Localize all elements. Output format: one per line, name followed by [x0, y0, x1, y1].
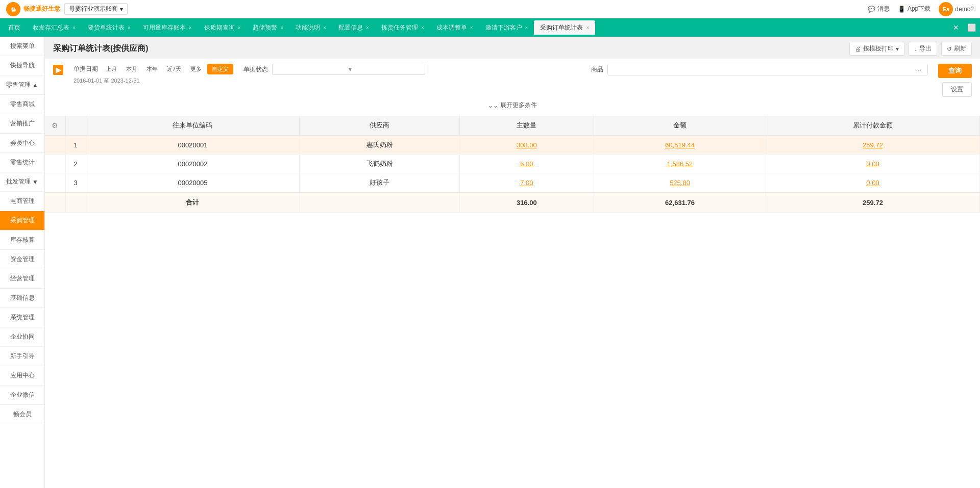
- window-maximize-btn[interactable]: ⬜: [965, 22, 978, 33]
- date-btn-custom[interactable]: 自定义: [207, 64, 233, 74]
- cell-main-qty-1[interactable]: 6.00: [459, 155, 594, 173]
- expand-button[interactable]: ⌄⌄ 展开更多条件: [484, 99, 541, 112]
- footer-amount: 62,631.76: [594, 192, 766, 213]
- date-btn-this-year[interactable]: 本年: [143, 64, 161, 74]
- sidebar-item-finance-mgmt[interactable]: 资金管理: [0, 250, 44, 269]
- date-label: 单据日期: [74, 65, 98, 73]
- sidebar-item-basic-info[interactable]: 基础信息: [0, 289, 44, 308]
- expand-label: 展开更多条件: [500, 101, 537, 110]
- tab-overstock-warning-close[interactable]: ×: [280, 25, 283, 31]
- page-header: 采购订单统计表(按供应商) 🖨 按模板打印 ▾ ↓ 导出 ↺ 刷新: [45, 37, 980, 59]
- cell-amount-0[interactable]: 60,519.44: [594, 136, 766, 155]
- date-btn-this-month[interactable]: 本月: [122, 64, 141, 74]
- sidebar-item-ecommerce-mgmt[interactable]: 电商管理: [0, 192, 44, 211]
- sidebar-item-operation-mgmt[interactable]: 经营管理: [0, 269, 44, 289]
- logo-area: 畅 畅捷通好生意: [6, 2, 60, 16]
- sidebar-item-wholesale-mgmt[interactable]: 批发管理 ▼: [0, 172, 44, 192]
- window-close-btn[interactable]: ✕: [951, 22, 961, 33]
- sidebar-sys-mgmt-label: 系统管理: [10, 314, 35, 321]
- cell-paid-amount-1[interactable]: 0.00: [766, 155, 980, 173]
- settings-icon[interactable]: ⚙: [52, 121, 58, 130]
- tab-invite-downstream-label: 邀请下游客户: [485, 23, 522, 32]
- workspace-selector[interactable]: 母婴行业演示账套 ▾: [64, 3, 128, 15]
- query-button[interactable]: 查询: [938, 64, 972, 78]
- tab-invite-downstream-close[interactable]: ×: [525, 25, 528, 31]
- logo-text: 畅捷通好生意: [23, 5, 60, 13]
- tab-overstock-warning[interactable]: 超储预警 ×: [247, 20, 289, 35]
- th-index: [65, 116, 86, 136]
- tab-purchase-summary-close[interactable]: ×: [586, 25, 589, 31]
- tab-expiry-query[interactable]: 保质期查询 ×: [198, 20, 247, 35]
- sidebar-item-quick-nav[interactable]: 快捷导航: [0, 56, 44, 75]
- sidebar-new-guide-label: 新手引导: [10, 352, 35, 359]
- tab-config-info-close[interactable]: ×: [366, 25, 369, 31]
- export-button[interactable]: ↓ 导出: [909, 42, 937, 56]
- tab-requisition-close[interactable]: ×: [128, 25, 131, 31]
- tab-expiry-query-label: 保质期查询: [204, 23, 235, 32]
- date-btn-last-month[interactable]: 上月: [102, 64, 120, 74]
- sidebar-item-marketing[interactable]: 营销推广: [0, 114, 44, 134]
- message-action[interactable]: 💬 消息: [868, 5, 890, 13]
- sidebar-item-search[interactable]: 搜索菜单: [0, 37, 44, 56]
- status-select[interactable]: ▾: [272, 64, 425, 75]
- th-supplier-label: 供应商: [370, 121, 389, 129]
- sidebar-item-member-center[interactable]: 会员中心: [0, 134, 44, 153]
- print-button[interactable]: 🖨 按模板打印 ▾: [849, 42, 904, 56]
- tab-function-desc-close[interactable]: ×: [323, 25, 326, 31]
- filter-toggle-icon[interactable]: ▶: [53, 65, 63, 75]
- workspace-label: 母婴行业演示账套: [69, 5, 118, 13]
- tab-available-inventory[interactable]: 可用量库存账本 ×: [137, 20, 198, 35]
- status-section: 单据状态 ▾: [243, 64, 580, 75]
- cell-supplier-2: 好孩子: [300, 173, 459, 193]
- sidebar-item-inventory-check[interactable]: 库存核算: [0, 230, 44, 250]
- sidebar-item-sys-mgmt[interactable]: 系统管理: [0, 308, 44, 327]
- tab-requisition[interactable]: 要货单统计表 ×: [82, 20, 137, 35]
- date-btn-last-7-days[interactable]: 近7天: [163, 64, 185, 74]
- tab-home[interactable]: 首页: [2, 20, 27, 35]
- tab-collect-pay-close[interactable]: ×: [72, 25, 76, 31]
- cell-main-qty-0[interactable]: 303.00: [459, 136, 594, 155]
- cell-main-qty-2[interactable]: 7.00: [459, 173, 594, 193]
- sidebar-item-purchase-mgmt[interactable]: 采购管理: [0, 211, 44, 230]
- sidebar-item-vip-member[interactable]: 畅会员: [0, 405, 44, 424]
- sidebar-item-new-guide[interactable]: 新手引导: [0, 347, 44, 366]
- refresh-button[interactable]: ↺ 刷新: [941, 42, 972, 56]
- top-bar-right: 💬 消息 📱 App下载 Ea demo2: [868, 2, 974, 16]
- product-more-btn[interactable]: ···: [914, 66, 923, 73]
- footer-main-qty: 316.00: [459, 192, 594, 213]
- cell-amount-1[interactable]: 1,586.52: [594, 155, 766, 173]
- cell-amount-2[interactable]: 525.80: [594, 173, 766, 193]
- tab-purchase-summary[interactable]: 采购订单统计表 ×: [534, 20, 595, 35]
- sidebar-item-retail-shop[interactable]: 零售商城: [0, 95, 44, 114]
- cell-settings-1: [45, 155, 65, 173]
- product-text-input[interactable]: [612, 66, 914, 73]
- tab-available-inventory-close[interactable]: ×: [189, 25, 192, 31]
- th-paid-amount: 累计付款金额: [766, 116, 980, 136]
- sidebar-item-retail-stats[interactable]: 零售统计: [0, 153, 44, 172]
- app-download-action[interactable]: 📱 App下载: [898, 5, 930, 13]
- tab-picking-task-close[interactable]: ×: [421, 25, 424, 31]
- date-btn-more[interactable]: 更多: [187, 64, 205, 74]
- user-area[interactable]: Ea demo2: [939, 2, 974, 16]
- filter-right-actions: 查询 设置: [938, 64, 972, 97]
- tab-expiry-query-close[interactable]: ×: [238, 25, 241, 31]
- tab-picking-task[interactable]: 拣货任务管理 ×: [375, 20, 430, 35]
- tab-function-desc[interactable]: 功能说明 ×: [289, 20, 332, 35]
- tab-cost-adjust-close[interactable]: ×: [470, 25, 473, 31]
- tab-cost-adjust[interactable]: 成本调整单 ×: [430, 20, 479, 35]
- th-amount: 金额: [594, 116, 766, 136]
- sidebar-item-enterprise-coop[interactable]: 企业协同: [0, 327, 44, 347]
- product-input[interactable]: ···: [607, 64, 928, 75]
- tab-invite-downstream[interactable]: 邀请下游客户 ×: [479, 20, 534, 35]
- tab-collect-pay[interactable]: 收发存汇总表 ×: [27, 20, 82, 35]
- tab-config-info[interactable]: 配置信息 ×: [332, 20, 375, 35]
- cell-paid-amount-0[interactable]: 259.72: [766, 136, 980, 155]
- settings-button[interactable]: 设置: [942, 82, 972, 97]
- sidebar-item-enterprise-wechat[interactable]: 企业微信: [0, 386, 44, 405]
- sidebar-item-retail-mgmt[interactable]: 零售管理 ▲: [0, 75, 44, 95]
- page-header-actions: 🖨 按模板打印 ▾ ↓ 导出 ↺ 刷新: [849, 42, 972, 56]
- footer-label: 合计: [86, 192, 300, 213]
- cell-paid-amount-2[interactable]: 0.00: [766, 173, 980, 193]
- cell-supplier-0: 惠氏奶粉: [300, 136, 459, 155]
- sidebar-item-app-center[interactable]: 应用中心: [0, 366, 44, 386]
